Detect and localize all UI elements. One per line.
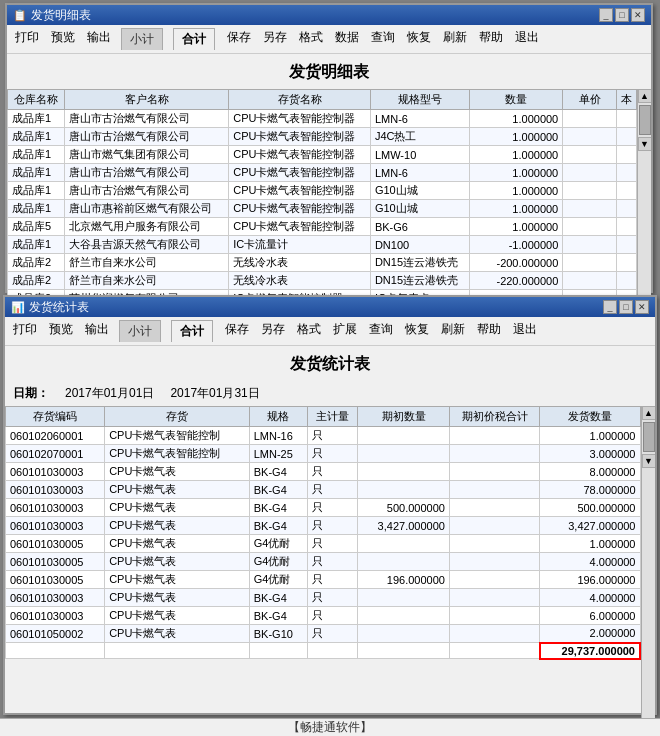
table-cell: 060101030003 <box>6 517 105 535</box>
toolbar-print-1[interactable]: 打印 <box>13 28 41 50</box>
toolbar-save-1[interactable]: 保存 <box>225 28 253 50</box>
scroll-thumb-2[interactable] <box>643 422 655 452</box>
table-cell: 1.000000 <box>470 146 563 164</box>
table-cell: 唐山市古治燃气有限公司 <box>65 110 229 128</box>
window-controls-1: _ □ ✕ <box>599 8 645 22</box>
table-cell: 无线冷水表 <box>229 272 371 290</box>
maximize-btn-2[interactable]: □ <box>619 300 633 314</box>
toolbar-preview-1[interactable]: 预览 <box>49 28 77 50</box>
table-cell: 成品库1 <box>8 146 65 164</box>
table-row: 060101030003CPU卡燃气表BK-G4只78.000000 <box>6 481 641 499</box>
table-cell: 060101030003 <box>6 481 105 499</box>
table-cell: CPU卡燃气表智能控制器 <box>229 146 371 164</box>
toolbar-query-1[interactable]: 查询 <box>369 28 397 50</box>
table-cell: 060101030003 <box>6 607 105 625</box>
tab-total-1[interactable]: 合计 <box>173 28 215 50</box>
table-cell: G4优耐 <box>249 571 307 589</box>
table-cell: G10山城 <box>370 182 469 200</box>
scroll-up-1[interactable]: ▲ <box>638 89 652 103</box>
table-row: 060102070001CPU卡燃气表智能控制LMN-25只3.000000 <box>6 445 641 463</box>
minimize-btn-1[interactable]: _ <box>599 8 613 22</box>
toolbar-help-1[interactable]: 帮助 <box>477 28 505 50</box>
col-customer: 客户名称 <box>65 90 229 110</box>
scroll-down-2[interactable]: ▼ <box>642 454 656 468</box>
toolbar-save-2[interactable]: 保存 <box>223 320 251 342</box>
table-row: 060101030005CPU卡燃气表G4优耐只196.000000196.00… <box>6 571 641 589</box>
toolbar-restore-1[interactable]: 恢复 <box>405 28 433 50</box>
table-cell: CPU卡燃气表智能控制器 <box>229 110 371 128</box>
table-cell <box>617 200 637 218</box>
table-cell: CPU卡燃气表智能控制器 <box>229 200 371 218</box>
table-scroll-fhdetail[interactable]: 仓库名称 客户名称 存货名称 规格型号 数量 单价 本 成品库1唐山市古治燃气有… <box>7 89 637 298</box>
table-cell: 成品库1 <box>8 236 65 254</box>
toolbar-export-2[interactable]: 输出 <box>83 320 111 342</box>
col-ship-qty: 发货数量 <box>540 407 640 427</box>
toolbar-expand-2[interactable]: 扩展 <box>331 320 359 342</box>
table-cell <box>358 607 450 625</box>
table-cell <box>449 571 539 589</box>
table-cell: 4.000000 <box>540 553 640 571</box>
close-btn-1[interactable]: ✕ <box>631 8 645 22</box>
toolbar-format-2[interactable]: 格式 <box>295 320 323 342</box>
scroll-up-2[interactable]: ▲ <box>642 406 656 420</box>
toolbar-refresh-2[interactable]: 刷新 <box>439 320 467 342</box>
toolbar-saveas-2[interactable]: 另存 <box>259 320 287 342</box>
table-cell: 1.000000 <box>470 110 563 128</box>
table-cell <box>358 463 450 481</box>
toolbar-format-1[interactable]: 格式 <box>297 28 325 50</box>
scrollbar-v-2[interactable]: ▲ ▼ <box>641 406 655 720</box>
table-scroll-fhstat[interactable]: 存货编码 存货 规格 主计量 期初数量 期初价税合计 发货数量 06010206… <box>5 406 641 720</box>
scrollbar-v-1[interactable]: ▲ ▼ <box>637 89 651 298</box>
toolbar-saveas-1[interactable]: 另存 <box>261 28 289 50</box>
table-cell: CPU卡燃气表 <box>105 535 250 553</box>
table-cell <box>563 110 617 128</box>
toolbar-preview-2[interactable]: 预览 <box>47 320 75 342</box>
tab-subtotal-2[interactable]: 小计 <box>119 320 161 342</box>
toolbar-exit-1[interactable]: 退出 <box>513 28 541 50</box>
table-cell: CPU卡燃气表 <box>105 499 250 517</box>
minimize-btn-2[interactable]: _ <box>603 300 617 314</box>
maximize-btn-1[interactable]: □ <box>615 8 629 22</box>
table-cell: G4优耐 <box>249 535 307 553</box>
toolbar-query-2[interactable]: 查询 <box>367 320 395 342</box>
col-init-qty: 期初数量 <box>358 407 450 427</box>
table-cell: CPU卡燃气表 <box>105 553 250 571</box>
table-cell <box>358 553 450 571</box>
toolbar-data-1[interactable]: 数据 <box>333 28 361 50</box>
table-cell: CPU卡燃气表 <box>105 589 250 607</box>
scroll-down-1[interactable]: ▼ <box>638 137 652 151</box>
toolbar-export-1[interactable]: 输出 <box>85 28 113 50</box>
col-price: 单价 <box>563 90 617 110</box>
table-cell: 唐山市惠裕前区燃气有限公司 <box>65 200 229 218</box>
table-cell <box>617 128 637 146</box>
table-cell: CPU卡燃气表 <box>105 571 250 589</box>
table-cell: 3,427.000000 <box>540 517 640 535</box>
toolbar-refresh-1[interactable]: 刷新 <box>441 28 469 50</box>
table-cell: J4C热工 <box>370 128 469 146</box>
table-cell: LMN-16 <box>249 427 307 445</box>
table-cell: 060101030005 <box>6 571 105 589</box>
table-cell: 2.000000 <box>540 625 640 643</box>
table-cell <box>358 445 450 463</box>
tab-subtotal-1[interactable]: 小计 <box>121 28 163 50</box>
scroll-thumb-1[interactable] <box>639 105 651 135</box>
toolbar-restore-2[interactable]: 恢复 <box>403 320 431 342</box>
table-row: 成品库5北京燃气用户服务有限公司CPU卡燃气表智能控制器BK-G61.00000… <box>8 218 637 236</box>
table-cell: 3.000000 <box>540 445 640 463</box>
table-cell: 北京燃气用户服务有限公司 <box>65 218 229 236</box>
col-qty: 数量 <box>470 90 563 110</box>
table-cell: -1.000000 <box>470 236 563 254</box>
toolbar-help-2[interactable]: 帮助 <box>475 320 503 342</box>
close-btn-2[interactable]: ✕ <box>635 300 649 314</box>
tab-total-2[interactable]: 合计 <box>171 320 213 342</box>
table-cell: 060101030005 <box>6 553 105 571</box>
table-cell <box>449 445 539 463</box>
toolbar-exit-2[interactable]: 退出 <box>511 320 539 342</box>
table-row: 060101030003CPU卡燃气表BK-G4只500.000000500.0… <box>6 499 641 517</box>
table-cell: 196.000000 <box>540 571 640 589</box>
toolbar-print-2[interactable]: 打印 <box>11 320 39 342</box>
col-ben: 本 <box>617 90 637 110</box>
table-row: 060101030003CPU卡燃气表BK-G4只3,427.0000003,4… <box>6 517 641 535</box>
table-area-fhdetail: 仓库名称 客户名称 存货名称 规格型号 数量 单价 本 成品库1唐山市古治燃气有… <box>7 89 651 298</box>
table-cell <box>449 607 539 625</box>
